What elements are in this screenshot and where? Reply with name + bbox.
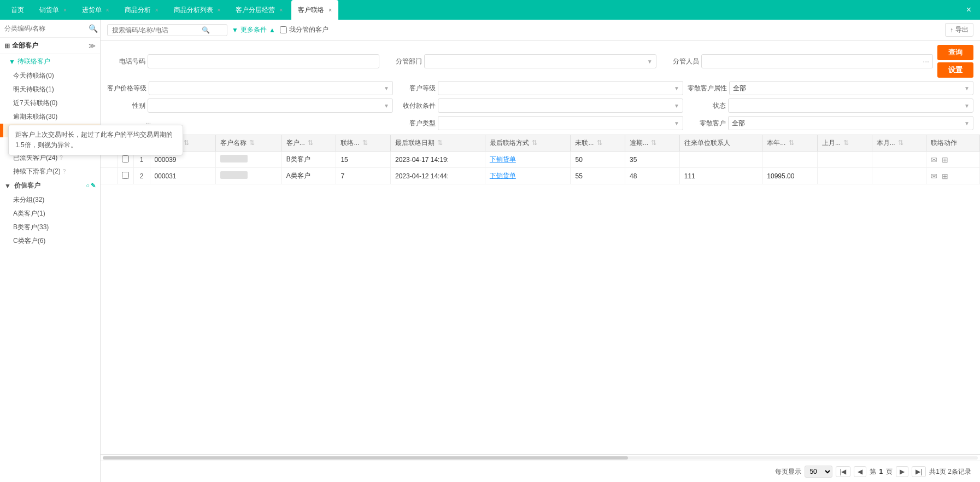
close-icon[interactable]: × [279,7,283,13]
contact-column-header[interactable]: 联络... ⇅ [336,135,391,152]
sidebar-item-a-class[interactable]: A类客户(1) [0,207,100,220]
sort-icon: ⇅ [532,139,537,147]
nav-tab-contact[interactable]: 客户联络 × [291,0,338,20]
cust-level-input[interactable]: ▼ [438,81,683,95]
close-icon[interactable]: × [63,7,67,13]
my-customers-checkbox[interactable] [280,26,287,33]
content-area: 🔍 ▼ 更多条件 ▲ 我分管的客户 ↑ 导出 电话号码 [101,20,980,482]
sidebar-item-c-class[interactable]: C类客户(6) [0,234,100,248]
cust-type-input[interactable]: ▼ [438,116,683,130]
row2-name[interactable] [216,168,282,184]
row1-name[interactable] [216,152,282,168]
retail-cust-filter-cell: 零散客户 全部 ▼ [688,116,973,130]
nav-tab-home[interactable]: 首页 [4,0,31,20]
row2-code[interactable]: 000031 [150,168,216,184]
sidebar: 🔍 ⊞ 全部客户 ≫ ▼ 待联络客户 今天待联络(0) 明天待联络(1) 近7天… [0,20,101,482]
retail-attr-input[interactable]: 全部 ▼ [729,81,973,95]
retail-cust-input[interactable]: 全部 ▼ [728,116,973,130]
settings-button[interactable]: 设置 [937,62,973,78]
unit-contact-column-header[interactable]: 往来单位联系人 [679,135,762,152]
next-page-button[interactable]: ▶ [896,466,908,477]
this-month-column-header[interactable]: 本月... ⇅ [872,135,926,152]
search-input[interactable] [112,26,199,34]
last-page-button[interactable]: ▶| [912,466,926,477]
dept-input[interactable]: ▼ [424,54,656,68]
nav-tab-sales[interactable]: 销货单 × [33,0,73,20]
row1-checkbox[interactable] [122,155,129,162]
more-action-icon[interactable]: ⊞ [942,155,948,164]
sidebar-item-unsorted[interactable]: 未分组(32) [0,193,100,207]
last-contact-method-column-header[interactable]: 最后联络方式 ⇅ [485,135,571,152]
total-records-label: 共1页 2条记录 [929,467,971,477]
more-action-icon[interactable]: ⊞ [942,172,948,181]
row2-checkbox-cell[interactable] [117,168,133,184]
per-page-select[interactable]: 50 20 100 [805,466,832,478]
action-buttons: 查询 设置 [937,45,973,78]
scrollbar-thumb[interactable] [103,456,628,460]
prev-page-button[interactable]: ◀ [854,466,866,477]
sidebar-item-7days[interactable]: 近7天待联络(0) [0,96,100,110]
filter-icon: ▼ [232,26,238,34]
collapse-icon[interactable]: ≫ [89,42,96,50]
window-close-button[interactable]: × [962,5,976,15]
circle-icon[interactable]: ○ [86,182,90,189]
search-icon[interactable]: 🔍 [202,26,210,34]
row1-this-year [762,152,818,168]
chevron-down-icon: ▼ [647,59,653,65]
row2-last-contact-method[interactable]: 下销货单 [485,168,571,184]
nav-tab-segmentation[interactable]: 客户分层经营 × [229,0,289,20]
contact-icon[interactable]: ✉ [931,172,937,181]
row2-checkbox[interactable] [122,172,129,179]
query-button[interactable]: 查询 [937,45,973,60]
status-filter-cell: 状态 ▼ [688,98,973,113]
close-icon[interactable]: × [155,7,159,13]
phone-input[interactable] [148,54,379,68]
help-icon[interactable]: ? [63,169,66,175]
more-icon[interactable]: ··· [923,57,929,66]
sidebar-item-declining[interactable]: 持续下滑客户(2) ? [0,165,100,178]
price-level-input[interactable]: ▼ [149,81,393,95]
row1-last-contact-method[interactable]: 下销货单 [485,152,571,168]
manager-input[interactable]: ··· [701,54,933,68]
gender-input[interactable]: ▼ [148,98,393,113]
last-month-column-header[interactable]: 上月... ⇅ [818,135,872,152]
name-column-header[interactable]: 客户名称 ⇅ [216,135,282,152]
search-icon[interactable]: 🔍 [89,24,98,33]
row2-overdue: 48 [625,168,680,184]
pending-column-header[interactable]: 未联... ⇅ [571,135,625,152]
sidebar-item-today[interactable]: 今天待联络(0) [0,69,100,83]
sidebar-item-overdue[interactable]: 逾期未联络(30) [0,110,100,124]
close-icon[interactable]: × [106,7,109,13]
more-conditions-btn[interactable]: ▼ 更多条件 ▲ [232,25,275,34]
close-icon[interactable]: × [218,7,221,13]
contact-icon[interactable]: ✉ [931,155,937,164]
status-input[interactable]: ▼ [728,98,973,113]
nav-tab-analysis[interactable]: 商品分析 × [118,0,165,20]
last-contact-date-column-header[interactable]: 最后联络日期 ⇅ [391,135,485,152]
sidebar-item-tomorrow[interactable]: 明天待联络(1) [0,83,100,96]
export-icon: ↑ [950,26,953,34]
this-year-column-header[interactable]: 本年... ⇅ [762,135,818,152]
close-icon[interactable]: × [328,7,332,13]
horizontal-scrollbar[interactable] [101,454,980,461]
row2-unit-contact: 111 [679,168,762,184]
chevron-down-icon: ▼ [964,85,970,91]
payment-input[interactable]: ▼ [438,98,683,113]
overdue-column-header[interactable]: 逾期... ⇅ [625,135,680,152]
row1-this-month [872,152,926,168]
row1-cust-level: B类客户 [281,152,336,168]
cust-type-filter-cell: 客户类型 ▼ [397,116,683,130]
edit-icon[interactable]: ✎ [91,182,96,189]
cust-level-filter-cell: 客户等级 ▼ [397,81,683,95]
help-icon[interactable]: ? [60,155,63,161]
value-group-label[interactable]: ▼ 价值客户 ○ ✎ [0,178,100,193]
nav-tab-analysis-list[interactable]: 商品分析列表 × [167,0,227,20]
first-page-button[interactable]: |◀ [836,466,850,477]
cust-level-column-header[interactable]: 客户... ⇅ [281,135,336,152]
export-button[interactable]: ↑ 导出 [945,23,973,37]
sidebar-item-b-class[interactable]: B类客户(33) [0,220,100,234]
nav-tab-purchase[interactable]: 进货单 × [75,0,116,20]
sidebar-search-input[interactable] [4,25,86,32]
row2-last-contact-date: 2023-04-12 14:44: [391,168,485,184]
pending-group-label[interactable]: ▼ 待联络客户 [0,54,100,69]
